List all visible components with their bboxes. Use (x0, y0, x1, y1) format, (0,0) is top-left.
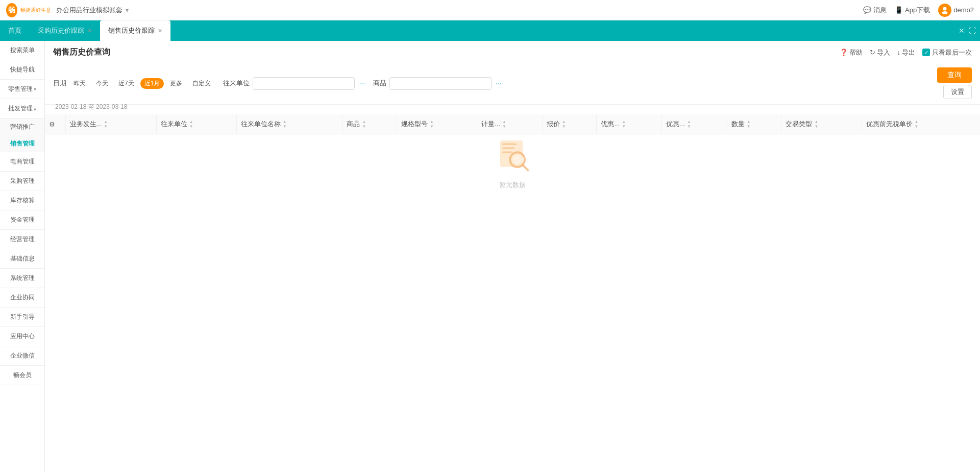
help-icon: ❓ (840, 49, 848, 56)
table-col-biz-date[interactable]: 业务发生... ▲▼ (65, 114, 156, 134)
table-col-unit[interactable]: 计量... ▲▼ (477, 114, 543, 134)
tab-bar: 首页 采购历史价跟踪 ✕ 销售历史价跟踪 ✕ ✕ ⛶ (0, 20, 980, 41)
page-header: 销售历史价查询 ❓ 帮助 ↻ 导入 ↓ 导出 ✓ (45, 41, 980, 62)
goods-filter-label: 商品 (373, 79, 386, 88)
table-col-discount2[interactable]: 优惠... ▲▼ (662, 114, 727, 134)
empty-state-icon (492, 134, 533, 175)
sort-icon: ▲▼ (747, 120, 751, 129)
table-col-gear[interactable]: ⚙ (45, 114, 65, 134)
sidebar-item-marketing[interactable]: 营销推广 (0, 119, 44, 135)
chevron-down-icon[interactable]: ▾ (126, 7, 129, 14)
date-pill-custom[interactable]: 自定义 (188, 78, 215, 89)
sidebar-label-quick-nav: 快捷导航 (10, 65, 35, 74)
import-icon: ↻ (870, 49, 875, 56)
sidebar-item-search-menu[interactable]: 搜索菜单 (0, 41, 44, 60)
date-range-text: 2023-02-18 至 2023-03-18 (55, 103, 127, 110)
svg-line-8 (523, 165, 528, 170)
date-filter-group: 日期 昨天 今天 近7天 近1月 更多 自定义 (53, 78, 215, 89)
user-menu-button[interactable]: demo2 (938, 4, 974, 17)
sidebar-item-operations[interactable]: 经营管理 (0, 230, 44, 249)
sidebar-item-enterprise[interactable]: 企业协同 (0, 288, 44, 308)
sort-icon: ▲▼ (189, 120, 193, 129)
table-col-partner-name[interactable]: 往来单位名称 ▲▼ (236, 114, 342, 134)
goods-input[interactable] (389, 77, 492, 90)
sidebar-label-membership: 畅会员 (13, 371, 32, 380)
table-col-quantity[interactable]: 数量 ▲▼ (727, 114, 781, 134)
sidebar-label-app-center: 应用中心 (10, 332, 35, 341)
export-icon: ↓ (897, 49, 901, 56)
table-col-goods[interactable]: 商品 ▲▼ (342, 114, 397, 134)
content-area: 销售历史价查询 ❓ 帮助 ↻ 导入 ↓ 导出 ✓ (45, 41, 980, 472)
sidebar-item-newbie[interactable]: 新手引导 (0, 308, 44, 327)
partner-filter-label: 往来单位 (223, 79, 250, 88)
sidebar-item-enterprise-wechat[interactable]: 企业微信 (0, 346, 44, 366)
sidebar-item-ecommerce[interactable]: 电商管理 (0, 152, 44, 172)
import-button[interactable]: ↻ 导入 (870, 48, 890, 57)
date-pill-more[interactable]: 更多 (166, 78, 186, 89)
date-pills: 昨天 今天 近7天 近1月 更多 自定义 (69, 78, 215, 89)
date-pill-1month[interactable]: 近1月 (140, 78, 164, 89)
tab-bar-actions: ✕ ⛶ (959, 27, 980, 35)
settings-button[interactable]: 设置 (943, 85, 972, 99)
gear-icon[interactable]: ⚙ (49, 121, 55, 128)
message-button[interactable]: 💬 消息 (863, 6, 887, 15)
table-col-partner-code[interactable]: 往来单位 ▲▼ (156, 114, 236, 134)
sidebar-item-sales-mgmt[interactable]: 销售管理 (0, 135, 44, 152)
date-pill-today[interactable]: 今天 (92, 78, 112, 89)
sidebar-item-app-center[interactable]: 应用中心 (0, 327, 44, 346)
sidebar-label-retail-mgmt: 零售管理 (8, 85, 33, 93)
app-logo-icon: 畅 (6, 3, 17, 17)
sidebar-label-purchase-mgmt: 采购管理 (10, 177, 35, 185)
sidebar-item-quick-nav[interactable]: 快捷导航 (0, 60, 44, 80)
sidebar-item-inventory[interactable]: 库存核算 (0, 191, 44, 210)
table-col-discount1[interactable]: 优惠... ▲▼ (597, 114, 662, 134)
tab-home[interactable]: 首页 (0, 20, 30, 41)
sidebar-label-ecommerce: 电商管理 (10, 157, 35, 166)
query-button[interactable]: 查询 (937, 67, 972, 83)
date-pill-7days[interactable]: 近7天 (114, 78, 138, 89)
date-pill-yesterday[interactable]: 昨天 (69, 78, 90, 89)
sort-icon: ▲▼ (430, 120, 434, 129)
table-col-trade-type[interactable]: 交易类型 ▲▼ (781, 114, 862, 134)
partner-input[interactable] (253, 77, 355, 90)
table-col-spec[interactable]: 规格型号 ▲▼ (397, 114, 477, 134)
sidebar-item-wholesale-mgmt[interactable]: 批发管理 ▴ (0, 99, 44, 119)
svg-rect-4 (502, 148, 514, 149)
sort-icon: ▲▼ (362, 120, 366, 129)
sort-icon: ▲▼ (502, 120, 506, 129)
sidebar-label-inventory: 库存核算 (10, 196, 35, 205)
tab-purchase-history[interactable]: 采购历史价跟踪 ✕ (30, 20, 100, 41)
sidebar-item-system-mgmt[interactable]: 系统管理 (0, 269, 44, 288)
chevron-down-icon: ▾ (34, 86, 36, 92)
filter-bar: 日期 昨天 今天 近7天 近1月 更多 自定义 往来单位 ··· (45, 62, 980, 105)
sidebar-item-membership[interactable]: 畅会员 (0, 366, 44, 385)
table-wrapper[interactable]: ⚙ 业务发生... ▲▼ 往来单位 (45, 114, 980, 472)
tab-sales-history[interactable]: 销售历史价跟踪 ✕ (100, 20, 170, 41)
only-last-checkbox[interactable]: ✓ 只看最后一次 (922, 48, 972, 57)
close-purchase-tab-icon[interactable]: ✕ (87, 28, 92, 34)
maximize-button[interactable]: ⛶ (969, 27, 976, 35)
table-col-pretax-price[interactable]: 优惠前无税单价 ▲▼ (862, 114, 980, 134)
help-button[interactable]: ❓ 帮助 (840, 48, 863, 57)
partner-picker-icon[interactable]: ··· (359, 79, 365, 87)
sidebar-item-retail-mgmt[interactable]: 零售管理 ▾ (0, 80, 44, 99)
goods-filter-group: 商品 ··· (373, 77, 502, 90)
app-download-button[interactable]: 📱 App下载 (895, 6, 930, 15)
sidebar-label-search-menu: 搜索菜单 (10, 46, 35, 55)
sidebar-item-basic-info[interactable]: 基础信息 (0, 249, 44, 269)
table-col-price[interactable]: 报价 ▲▼ (542, 114, 597, 134)
empty-text: 暂元数据 (499, 180, 526, 190)
breadcrumb-text: 办公用品行业模拟账套 (56, 6, 122, 15)
sidebar-item-finance[interactable]: 资金管理 (0, 210, 44, 230)
goods-picker-icon[interactable]: ··· (496, 79, 502, 87)
table-header: ⚙ 业务发生... ▲▼ 往来单位 (45, 114, 980, 134)
close-tab-button[interactable]: ✕ (959, 27, 965, 35)
sort-icon: ▲▼ (622, 120, 626, 129)
svg-rect-5 (502, 152, 512, 153)
sidebar-label-finance: 资金管理 (10, 216, 35, 224)
sidebar-item-purchase-mgmt[interactable]: 采购管理 (0, 172, 44, 191)
sales-history-tab-label: 销售历史价跟踪 (108, 26, 155, 35)
export-button[interactable]: ↓ 导出 (897, 48, 916, 57)
chevron-up-icon: ▴ (34, 106, 36, 111)
close-sales-tab-icon[interactable]: ✕ (158, 28, 162, 34)
